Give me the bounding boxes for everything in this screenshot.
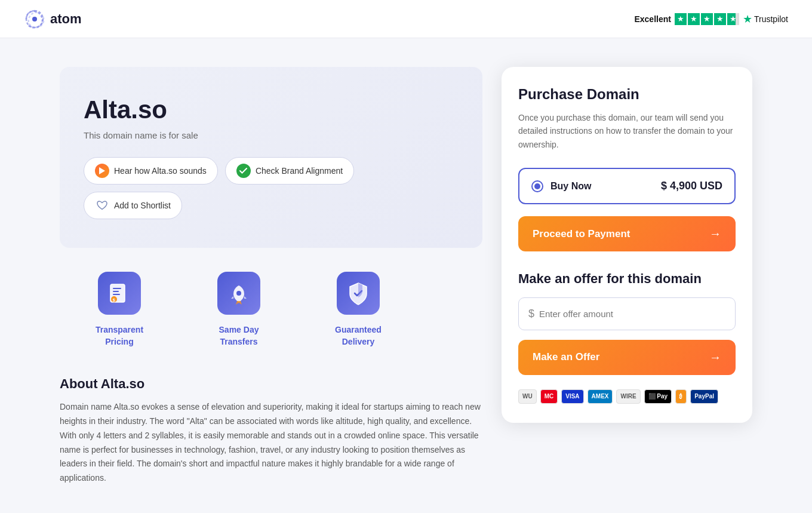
- visa-badge: VISA: [561, 389, 583, 404]
- buy-option-left: Buy Now: [531, 180, 591, 192]
- add-shortlist-label: Add to Shortlist: [114, 201, 171, 210]
- svg-rect-5: [113, 294, 120, 295]
- hear-sounds-button[interactable]: Hear how Alta.so sounds: [84, 157, 218, 185]
- buy-now-label: Buy Now: [550, 181, 591, 192]
- check-icon: [236, 164, 251, 178]
- offer-input-wrap: $: [518, 297, 736, 330]
- rocket-icon: [226, 281, 251, 306]
- offer-amount-input[interactable]: [539, 298, 725, 330]
- western-union-badge: WU: [518, 389, 537, 404]
- svg-rect-3: [113, 288, 121, 289]
- about-text: Domain name Alta.so evokes a sense of el…: [60, 400, 482, 486]
- paypal-badge: PayPal: [690, 389, 718, 404]
- buy-price: $ 4,900 USD: [661, 180, 722, 192]
- domain-subtitle: This domain name is for sale: [84, 130, 459, 140]
- guaranteed-delivery-label: GuaranteedDelivery: [335, 324, 382, 348]
- offer-section-title: Make an offer for this domain: [518, 271, 736, 288]
- logo-text: atom: [50, 11, 82, 27]
- same-day-transfers-icon-wrap: [217, 272, 260, 315]
- main-layout: Alta.so This domain name is for sale Hea…: [36, 38, 776, 513]
- svg-point-0: [32, 17, 37, 21]
- amex-badge: AMEX: [588, 389, 613, 404]
- mastercard-badge: MC: [540, 389, 558, 404]
- logo[interactable]: atom: [24, 8, 82, 30]
- purchase-card: Purchase Domain Once you purchase this d…: [502, 67, 752, 423]
- make-offer-label: Make an Offer: [533, 351, 599, 363]
- about-section: About Alta.so Domain name Alta.so evokes…: [60, 376, 482, 486]
- purchase-title: Purchase Domain: [518, 86, 736, 103]
- hear-sounds-label: Hear how Alta.so sounds: [114, 166, 207, 176]
- wire-badge: WIRE: [616, 389, 640, 404]
- star-4: ★: [714, 13, 726, 25]
- about-title: About Alta.so: [60, 376, 482, 392]
- feature-transparent-pricing: $ TransparentPricing: [60, 272, 179, 348]
- bitcoin-badge: ₿: [675, 389, 687, 404]
- checkmark: [239, 168, 247, 174]
- left-column: Alta.so This domain name is for sale Hea…: [60, 67, 482, 486]
- features-row: $ TransparentPricing Same DayTransfers: [60, 272, 482, 348]
- trustpilot-label: Excellent: [634, 14, 670, 24]
- heart-svg: [97, 201, 107, 210]
- svg-point-8: [236, 291, 241, 296]
- star-1: ★: [675, 13, 687, 25]
- feature-same-day-transfers: Same DayTransfers: [179, 272, 299, 348]
- buy-now-option[interactable]: Buy Now $ 4,900 USD: [518, 168, 736, 204]
- svg-rect-4: [113, 291, 119, 292]
- radio-selected: [531, 180, 543, 192]
- trustpilot-star-icon: ★: [743, 13, 752, 26]
- transparent-pricing-icon-wrap: $: [98, 272, 141, 315]
- payment-methods: WU MC VISA AMEX WIRE ⬛ Pay ₿ PayPal: [518, 389, 736, 404]
- shield-icon: [346, 281, 371, 306]
- offer-arrow-icon: →: [709, 351, 721, 364]
- trustpilot-section: Excellent ★ ★ ★ ★ ★ ★ Trustpilot: [634, 13, 788, 26]
- play-triangle: [99, 167, 105, 174]
- star-3: ★: [701, 13, 713, 25]
- proceed-to-payment-button[interactable]: Proceed to Payment →: [518, 216, 736, 251]
- radio-dot: [534, 183, 540, 189]
- feature-guaranteed-delivery: GuaranteedDelivery: [299, 272, 418, 348]
- star-2: ★: [688, 13, 700, 25]
- play-icon: [95, 164, 109, 178]
- guaranteed-delivery-icon-wrap: [337, 272, 380, 315]
- heart-icon: [95, 198, 109, 213]
- transparent-pricing-label: TransparentPricing: [96, 324, 143, 348]
- header: atom Excellent ★ ★ ★ ★ ★ ★ Trustpilot: [0, 0, 812, 38]
- check-brand-button[interactable]: Check Brand Alignment: [225, 157, 354, 185]
- purchase-description: Once you purchase this domain, our team …: [518, 111, 736, 151]
- atom-logo-icon: [24, 8, 45, 30]
- dollar-sign: $: [528, 308, 534, 320]
- trustpilot-brand-label: Trustpilot: [754, 14, 788, 24]
- domain-hero: Alta.so This domain name is for sale Hea…: [60, 67, 482, 248]
- trustpilot-brand: ★ Trustpilot: [743, 13, 788, 26]
- star-5-half: ★: [727, 13, 739, 25]
- proceed-label: Proceed to Payment: [533, 228, 630, 240]
- action-buttons-group: Hear how Alta.so sounds Check Brand Alig…: [84, 157, 459, 219]
- add-shortlist-button[interactable]: Add to Shortlist: [84, 192, 182, 219]
- trustpilot-stars: ★ ★ ★ ★ ★: [675, 13, 739, 25]
- receipt-icon: $: [108, 283, 131, 303]
- check-brand-label: Check Brand Alignment: [256, 166, 343, 176]
- svg-text:$: $: [113, 297, 116, 303]
- proceed-arrow-icon: →: [709, 227, 721, 241]
- make-offer-button[interactable]: Make an Offer →: [518, 340, 736, 375]
- same-day-transfers-label: Same DayTransfers: [219, 324, 259, 348]
- domain-name: Alta.so: [84, 96, 459, 124]
- apple-pay-badge: ⬛ Pay: [644, 389, 672, 404]
